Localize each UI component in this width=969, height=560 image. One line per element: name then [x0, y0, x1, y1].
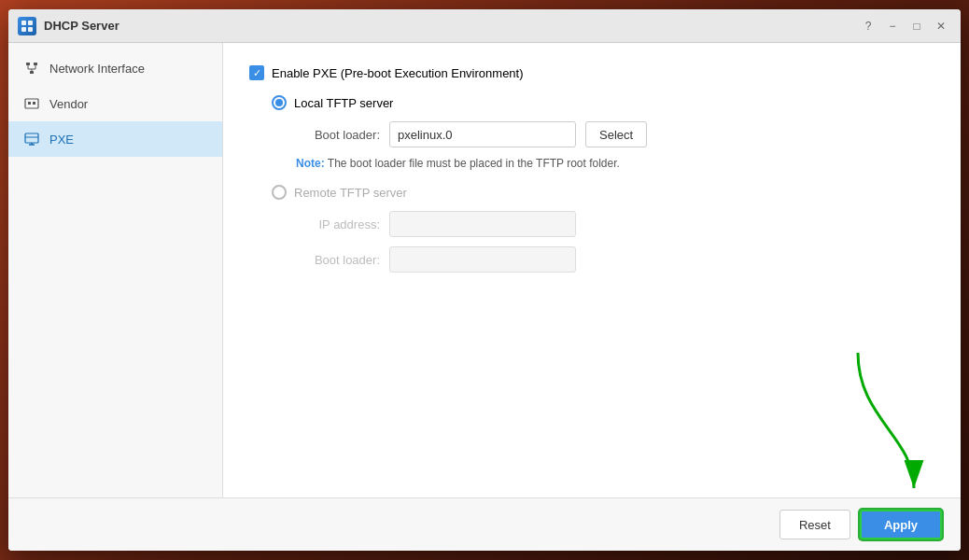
local-tftp-radio[interactable] — [272, 95, 287, 110]
remote-boot-loader-group: Boot loader: — [296, 246, 934, 273]
minimize-button[interactable]: − — [882, 16, 903, 36]
remote-boot-loader-input[interactable] — [389, 246, 576, 273]
sidebar: Network Interface Vendor — [8, 43, 223, 497]
content-area: Network Interface Vendor — [8, 43, 961, 497]
select-button[interactable]: Select — [585, 121, 647, 147]
window-title: DHCP Server — [44, 19, 858, 33]
apply-button[interactable]: Apply — [860, 510, 942, 539]
pxe-icon — [23, 131, 40, 147]
titlebar: DHCP Server ? − □ ✕ — [8, 9, 961, 43]
sidebar-pxe-label: PXE — [49, 133, 74, 147]
svg-rect-5 — [34, 63, 37, 65]
ip-address-group: IP address: — [296, 211, 934, 237]
close-button[interactable]: ✕ — [931, 16, 951, 36]
app-icon — [18, 17, 36, 35]
sidebar-item-vendor[interactable]: Vendor — [8, 86, 222, 121]
remote-tftp-radio-row: Remote TFTP server — [272, 185, 934, 200]
main-panel: ✓ Enable PXE (Pre-boot Execution Environ… — [223, 43, 961, 497]
local-tftp-radio-row: Local TFTP server — [272, 95, 934, 110]
remote-tftp-section: Remote TFTP server IP address: Boot load… — [272, 185, 934, 273]
svg-rect-4 — [26, 63, 30, 65]
ip-address-label: IP address: — [296, 217, 380, 231]
remote-tftp-radio[interactable] — [272, 185, 287, 200]
enable-pxe-row: ✓ Enable PXE (Pre-boot Execution Environ… — [249, 65, 934, 80]
svg-rect-6 — [30, 71, 34, 74]
remote-boot-loader-label: Boot loader: — [296, 253, 380, 267]
svg-rect-2 — [21, 27, 26, 32]
sidebar-network-interface-label: Network Interface — [49, 62, 145, 76]
sidebar-item-pxe[interactable]: PXE — [8, 121, 222, 157]
vendor-icon — [23, 95, 40, 112]
svg-rect-13 — [33, 102, 35, 105]
svg-rect-1 — [28, 21, 33, 25]
section-content: ✓ Enable PXE (Pre-boot Execution Environ… — [249, 65, 934, 483]
svg-rect-3 — [28, 27, 33, 32]
remote-tftp-label: Remote TFTP server — [294, 186, 407, 200]
network-interface-icon — [23, 60, 40, 77]
footer-bar: Reset Apply — [8, 497, 961, 551]
reset-button[interactable]: Reset — [779, 510, 850, 539]
radio-section: Local TFTP server Boot loader: Select No… — [272, 95, 934, 273]
sidebar-item-network-interface[interactable]: Network Interface — [8, 50, 222, 86]
svg-rect-14 — [25, 133, 38, 143]
ip-address-input[interactable] — [389, 211, 576, 237]
note-keyword: Note: — [296, 157, 325, 170]
boot-loader-label: Boot loader: — [296, 128, 380, 142]
help-button[interactable]: ? — [858, 16, 878, 36]
enable-pxe-label: Enable PXE (Pre-boot Execution Environme… — [272, 66, 524, 80]
local-tftp-label: Local TFTP server — [294, 96, 393, 110]
boot-loader-group: Boot loader: Select — [296, 121, 934, 147]
svg-rect-11 — [25, 99, 38, 108]
note-body: The boot loader file must be placed in t… — [328, 157, 620, 170]
sidebar-vendor-label: Vendor — [49, 97, 88, 111]
svg-rect-0 — [21, 21, 26, 25]
restore-button[interactable]: □ — [906, 16, 927, 36]
window-controls: ? − □ ✕ — [858, 16, 951, 36]
boot-loader-input[interactable] — [389, 121, 576, 147]
checkmark-icon: ✓ — [253, 68, 261, 78]
svg-rect-12 — [28, 102, 31, 105]
enable-pxe-checkbox[interactable]: ✓ — [249, 65, 264, 80]
note-text: Note: The boot loader file must be place… — [296, 157, 934, 170]
